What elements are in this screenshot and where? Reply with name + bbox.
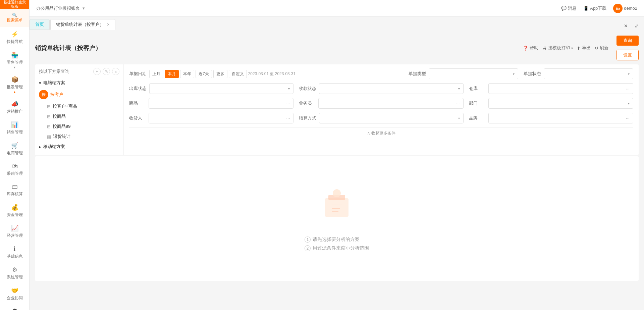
empty-tips: 1 请先选择要分析的方案 2 用过滤条件来缩小分析范围: [305, 237, 369, 254]
scheme-item-by-customer[interactable]: 按 按客户: [35, 88, 123, 101]
date-this-year[interactable]: 本年: [180, 70, 194, 78]
page-title: 销货单统计表（按客户）: [35, 44, 101, 52]
finance-icon: 💰: [11, 204, 18, 211]
sidebar-item-sales[interactable]: 📊 销售管理: [0, 118, 29, 139]
collapse-scheme-btn[interactable]: «: [112, 68, 119, 75]
collapse-bar[interactable]: ∧ 收起更多条件: [129, 127, 633, 139]
filter-area: 单据日期 上月 本月 本年 近7天 更多 自定义 2023-03-01 至 20…: [124, 64, 639, 155]
page-actions: ❓ 帮助 🖨 按模板打印 ▾ ⬆ 导出 ↺ 刷新 查询: [523, 36, 639, 60]
quicknav-icon: ⚡: [11, 31, 18, 38]
type-select[interactable]: ▾: [429, 68, 518, 79]
date-last-7[interactable]: 近7天: [196, 70, 212, 78]
export-btn[interactable]: ⬆ 导出: [577, 45, 591, 51]
svg-rect-0: [325, 198, 348, 217]
tab-home[interactable]: 首页: [30, 19, 50, 30]
refresh-btn[interactable]: ↺ 刷新: [595, 45, 608, 51]
add-scheme-btn[interactable]: +: [93, 68, 101, 75]
tab-bar: 首页 销货单统计表（按客户） ✕ ✕ ⤢: [30, 17, 644, 30]
goods-select[interactable]: ···: [149, 98, 293, 109]
tab-close-icon[interactable]: ✕: [107, 22, 110, 27]
settle-select[interactable]: ▾: [319, 113, 463, 123]
user-avatar[interactable]: Ea demo2: [613, 4, 637, 13]
sidebar-item-marketing[interactable]: 📣 营销推广: [0, 97, 29, 118]
retail-icon: 🏪: [11, 51, 18, 59]
sidebar-item-finance[interactable]: 💰 资金管理: [0, 200, 29, 221]
date-more[interactable]: 更多: [213, 70, 227, 78]
receiver-dots[interactable]: ···: [286, 116, 290, 121]
sales-icon: 📊: [11, 121, 18, 128]
close-tab-btn[interactable]: ✕: [622, 22, 630, 30]
brand-label: 品牌: [469, 115, 486, 121]
goods-dots[interactable]: ···: [286, 101, 290, 106]
main-area: 办公用品行业模拟账套 ▾ 💬 消息 📱 App下载 Ea demo2 首页: [30, 0, 644, 310]
warehouse-dots[interactable]: ···: [626, 86, 630, 91]
settings-button[interactable]: 设置: [616, 50, 639, 60]
sidebar-item-collab[interactable]: 🤝 企业协同: [0, 283, 29, 304]
receiver-select[interactable]: ···: [149, 113, 293, 123]
empty-tip-2: 2 用过滤条件来缩小分析范围: [305, 245, 369, 251]
date-last-month[interactable]: 上月: [149, 70, 163, 78]
scheme-item-goods99[interactable]: ⊞ 按商品99: [35, 121, 123, 132]
date-this-month[interactable]: 本月: [165, 70, 179, 78]
scheme-header: 按以下方案查询 + ✎ «: [35, 68, 123, 78]
type-chevron: ▾: [513, 72, 515, 76]
sidebar-item-guide[interactable]: 🎓 新手引导: [0, 304, 29, 310]
print-btn[interactable]: 🖨 按模板打印 ▾: [542, 45, 573, 51]
sidebar-item-inventory[interactable]: 🗃 库存核算: [0, 180, 29, 200]
staff-dots[interactable]: ···: [456, 101, 460, 106]
goods-field: 商品 ···: [129, 98, 293, 109]
page-header: 销货单统计表（按客户） ❓ 帮助 🖨 按模板打印 ▾ ⬆ 导出 ↺ 刷新: [35, 36, 639, 60]
message-btn[interactable]: 💬 消息: [561, 5, 577, 11]
scheme-group-pc-title[interactable]: ▾ 电脑端方案: [35, 78, 123, 88]
breadcrumb: 办公用品行业模拟账套 ▾: [36, 5, 85, 11]
expand-tab-btn[interactable]: ⤢: [633, 22, 641, 30]
status-chevron: ▾: [628, 72, 630, 76]
system-icon: ⚙: [12, 266, 17, 273]
filter-container: 按以下方案查询 + ✎ « ▾ 电脑端方案 按 按客户: [35, 64, 639, 155]
sidebar-item-search[interactable]: 🔍 搜索菜单: [0, 9, 29, 27]
sidebar-item-wholesale[interactable]: 📦 批发管理 ▴: [0, 72, 29, 97]
staff-select[interactable]: ···: [318, 98, 463, 109]
out-status-chevron: ▾: [288, 87, 290, 91]
date-label: 单据日期: [129, 71, 147, 77]
date-range-display: 2023-03-01 至 2023-03-31: [248, 71, 296, 77]
status-select[interactable]: ▾: [544, 68, 633, 79]
empty-icon: [317, 183, 357, 230]
sidebar-item-system[interactable]: ⚙ 系统管理: [0, 263, 29, 283]
sidebar-item-quicknav[interactable]: ⚡ 快捷导航: [0, 27, 29, 48]
wholesale-icon: 📦: [11, 76, 18, 83]
warehouse-field: 仓库 ···: [469, 83, 633, 94]
scheme-group-mobile-title[interactable]: ▸ 移动端方案: [35, 142, 123, 152]
scheme-icon-4: ▦: [47, 134, 51, 139]
sidebar-item-operations[interactable]: 📈 经营管理: [0, 221, 29, 242]
out-status-select[interactable]: ▾: [149, 83, 293, 94]
app-download-btn[interactable]: 📱 App下载: [583, 5, 606, 11]
date-group: 上月 本月 本年 近7天 更多 自定义 2023-03-01 至 2023-03…: [149, 70, 403, 78]
help-btn[interactable]: ❓ 帮助: [523, 45, 538, 51]
scheme-header-actions: + ✎ «: [93, 68, 119, 75]
query-button[interactable]: 查询: [616, 36, 639, 46]
scheme-item-by-goods[interactable]: ⊞ 按商品: [35, 111, 123, 121]
guide-icon: 🎓: [11, 308, 18, 310]
scheme-icon-3: ⊞: [47, 124, 51, 129]
warehouse-select[interactable]: ···: [488, 83, 633, 94]
purchase-icon: 🛍: [12, 163, 18, 170]
tab-bar-actions: ✕ ⤢: [619, 22, 644, 30]
sidebar-item-retail[interactable]: 🏪 零售管理 ▾: [0, 48, 29, 72]
dept-select[interactable]: ▾: [488, 98, 633, 109]
sidebar-item-basic-info[interactable]: ℹ 基础信息: [0, 242, 29, 263]
brand-dots[interactable]: ···: [626, 116, 630, 121]
staff-label: 业务员: [299, 100, 316, 106]
scheme-item-customer-goods[interactable]: ⊞ 按客户+商品: [35, 101, 123, 111]
empty-state: 1 请先选择要分析的方案 2 用过滤条件来缩小分析范围: [35, 156, 639, 281]
brand-select[interactable]: ···: [488, 113, 633, 123]
date-custom[interactable]: 自定义: [229, 70, 247, 78]
top-header: 办公用品行业模拟账套 ▾ 💬 消息 📱 App下载 Ea demo2: [30, 0, 644, 17]
edit-scheme-btn[interactable]: ✎: [103, 68, 110, 75]
sidebar-item-ecommerce[interactable]: 🛒 电商管理: [0, 139, 29, 159]
action-bar: 查询 设置: [616, 36, 639, 60]
sidebar-item-purchase[interactable]: 🛍 采购管理: [0, 159, 29, 180]
receipt-status-select[interactable]: ▾: [319, 83, 463, 94]
scheme-item-returns[interactable]: ▦ 退货统计: [35, 132, 123, 142]
tab-sales-stats[interactable]: 销货单统计表（按客户） ✕: [50, 19, 115, 30]
